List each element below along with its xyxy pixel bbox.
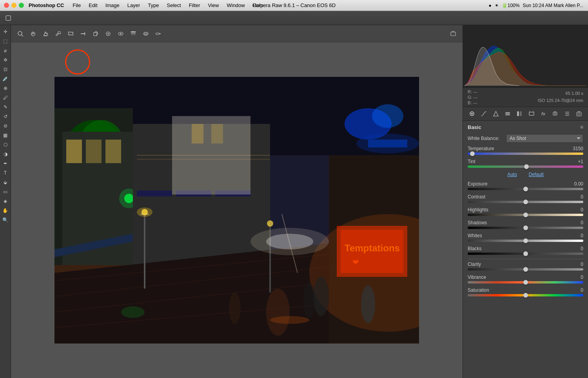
cr-red-eye-tool[interactable]: [115, 28, 126, 39]
panel-icon-snapshots[interactable]: [575, 109, 583, 118]
svg-line-2: [22, 35, 23, 36]
cr-hand-tool[interactable]: [27, 28, 38, 39]
cr-straighten-tool[interactable]: [78, 28, 89, 39]
move-tool[interactable]: ✛: [1, 27, 10, 36]
tint-track[interactable]: [468, 165, 583, 168]
type-tool[interactable]: T: [1, 169, 10, 177]
mode-toggle[interactable]: [3, 13, 13, 23]
whites-thumb[interactable]: [523, 238, 528, 243]
temperature-track[interactable]: [468, 153, 583, 155]
highlights-track[interactable]: [468, 214, 583, 216]
eraser-tool[interactable]: ⊘: [1, 122, 10, 130]
exposure-track[interactable]: [468, 188, 583, 190]
svg-point-12: [120, 33, 122, 35]
cr-white-balance-tool[interactable]: [40, 28, 51, 39]
contrast-track[interactable]: [468, 201, 583, 203]
cr-spot-removal-tool[interactable]: [103, 28, 114, 39]
cr-adjustment-brush[interactable]: [153, 28, 164, 39]
shape-tool[interactable]: ▭: [1, 187, 10, 196]
svg-rect-82: [517, 111, 519, 116]
menu-select[interactable]: Select: [163, 2, 185, 8]
shadows-track[interactable]: [468, 227, 583, 229]
clarity-track[interactable]: [468, 268, 583, 271]
saturation-track[interactable]: [468, 294, 583, 296]
cr-color-sampler-tool[interactable]: [53, 28, 64, 39]
eyedropper-tool[interactable]: 💉: [1, 75, 10, 83]
svg-marker-78: [494, 111, 498, 116]
zoom-tool-left[interactable]: 🔍: [1, 216, 10, 224]
exposure-thumb[interactable]: [523, 187, 528, 191]
photo-canvas: Temptations ❤: [54, 77, 419, 343]
highlights-thumb[interactable]: [523, 213, 528, 217]
menu-view[interactable]: View: [204, 2, 223, 8]
contrast-thumb[interactable]: [523, 200, 528, 204]
cr-transform-tool[interactable]: [90, 28, 101, 39]
svg-point-61: [361, 285, 375, 323]
select-tool[interactable]: ⬚: [1, 37, 10, 45]
panel-icon-basic[interactable]: [468, 109, 476, 118]
panel-icon-lens[interactable]: [527, 109, 536, 118]
white-balance-select[interactable]: As Shot Auto Daylight Cloudy Shade Tungs…: [506, 134, 583, 143]
close-button[interactable]: [4, 3, 9, 8]
path-select[interactable]: ⬙: [1, 178, 10, 187]
panel-icon-calibration[interactable]: [551, 109, 559, 118]
gradient-tool[interactable]: ▦: [1, 131, 10, 140]
shadows-thumb[interactable]: [523, 225, 528, 230]
healing-brush[interactable]: ⊕: [1, 84, 10, 93]
panel-menu-button[interactable]: ≡: [580, 124, 583, 130]
temperature-thumb[interactable]: [470, 151, 475, 156]
panel-icon-presets[interactable]: [563, 109, 572, 118]
svg-rect-81: [505, 114, 510, 115]
menu-type[interactable]: Type: [144, 2, 163, 8]
svg-rect-15: [131, 35, 136, 35]
cr-radial-filter[interactable]: [140, 28, 151, 39]
temperature-slider-row: Temperature 3150: [468, 146, 583, 155]
cr-zoom-tool[interactable]: [15, 28, 26, 39]
tint-thumb[interactable]: [524, 164, 529, 169]
svg-point-4: [58, 31, 60, 34]
saturation-thumb[interactable]: [523, 293, 528, 298]
brush-tool[interactable]: 🖊: [1, 93, 10, 102]
hand-tool-left[interactable]: ✋: [1, 206, 10, 215]
panel-icon-tone-curve[interactable]: [479, 109, 488, 118]
vibrance-label: Vibrance: [468, 274, 486, 280]
menu-file[interactable]: File: [69, 2, 85, 8]
menu-image[interactable]: Image: [102, 2, 123, 8]
panel-icon-split-toning[interactable]: [515, 109, 524, 118]
g-value-row: G: ---: [468, 95, 478, 100]
lasso-tool[interactable]: ⌀: [1, 46, 10, 55]
svg-rect-14: [131, 33, 136, 34]
blacks-track[interactable]: [468, 253, 583, 255]
default-button[interactable]: Default: [529, 172, 544, 177]
panel-icon-hsl[interactable]: [503, 109, 512, 118]
crop-tool-left[interactable]: ⊡: [1, 65, 10, 74]
menu-edit[interactable]: Edit: [85, 2, 101, 8]
menu-layer[interactable]: Layer: [123, 2, 144, 8]
auto-button[interactable]: Auto: [507, 172, 517, 177]
blur-tool[interactable]: ⬡: [1, 140, 10, 149]
annotation-circle: [65, 49, 90, 75]
camera-raw-panel: R: --- G: --- B: --- f/5 1.00 s ISO 125 …: [463, 25, 588, 378]
menu-filter[interactable]: Filter: [185, 2, 204, 8]
menu-window[interactable]: Window: [223, 2, 249, 8]
cr-crop-tool[interactable]: [65, 28, 76, 39]
whites-track[interactable]: [468, 240, 583, 242]
magic-wand-tool[interactable]: ✲: [1, 56, 10, 64]
pen-tool[interactable]: ✒: [1, 159, 10, 168]
cr-open-image-btn[interactable]: [448, 28, 459, 39]
vibrance-thumb[interactable]: [523, 280, 528, 285]
dodge-tool[interactable]: ◑: [1, 150, 10, 158]
clone-stamp[interactable]: ✎: [1, 103, 10, 111]
clarity-thumb[interactable]: [523, 267, 528, 272]
maximize-button[interactable]: [19, 3, 24, 8]
vibrance-track[interactable]: [468, 281, 583, 284]
history-brush[interactable]: ↺: [1, 112, 10, 121]
blacks-thumb[interactable]: [523, 251, 528, 256]
minimize-button[interactable]: [11, 3, 16, 8]
3d-tool[interactable]: ◈: [1, 197, 10, 205]
wifi-icon: ●: [489, 3, 492, 8]
panel-icon-detail[interactable]: [492, 109, 500, 118]
cr-graduated-filter[interactable]: [128, 28, 139, 39]
panel-icon-effects[interactable]: fx: [539, 109, 548, 118]
camera-raw-container: [11, 25, 463, 42]
